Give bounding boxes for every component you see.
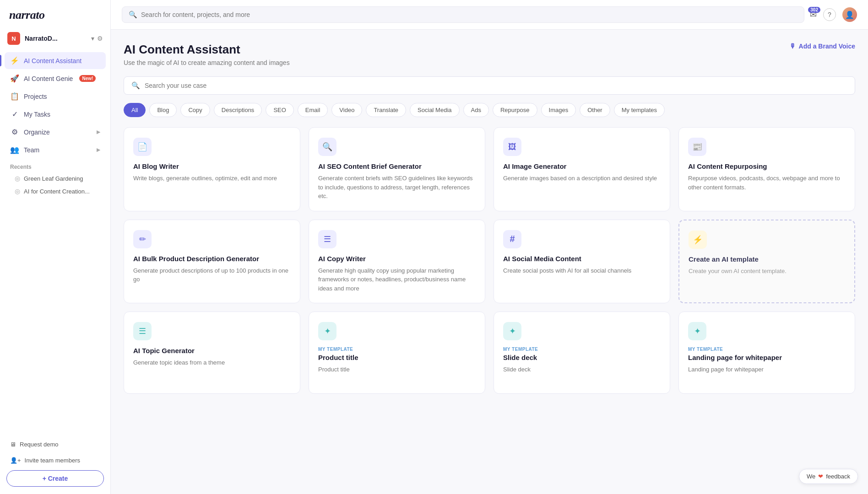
page-header: AI Content Assistant Use the magic of AI… bbox=[124, 43, 855, 66]
card-desc: Product title bbox=[318, 365, 476, 374]
clipboard-icon: 📋 bbox=[10, 92, 19, 101]
lightning-icon: ⚡ bbox=[693, 235, 703, 245]
card-title: Product title bbox=[318, 354, 476, 361]
sidebar-item-ai-content-assistant[interactable]: ⚡ AI Content Assistant bbox=[5, 52, 106, 69]
workspace-row[interactable]: N NarratoD... ▾ ⚙ bbox=[0, 28, 110, 48]
card-title: AI Copy Writer bbox=[318, 255, 476, 263]
card-landing-page-whitepaper[interactable]: ✦ MY TEMPLATE Landing page for whitepape… bbox=[678, 311, 855, 394]
page-title: AI Content Assistant bbox=[124, 43, 290, 57]
card-badge: MY TEMPLATE bbox=[503, 347, 661, 352]
newspaper-icon: 📰 bbox=[692, 142, 702, 152]
brand-voice-button[interactable]: 🎙 Add a Brand Voice bbox=[790, 43, 855, 50]
sidebar-item-label: AI Content Genie bbox=[24, 75, 73, 82]
card-desc: Create your own AI content template. bbox=[689, 267, 845, 276]
usecase-search-bar[interactable]: 🔍 bbox=[124, 76, 855, 95]
recents-label: Recents bbox=[0, 158, 110, 172]
filter-tab-other[interactable]: Other bbox=[580, 103, 610, 117]
card-ai-topic-generator[interactable]: ☰ AI Topic Generator Generate topic idea… bbox=[124, 311, 300, 394]
workspace-avatar: N bbox=[7, 32, 20, 45]
sidebar: narrato N NarratoD... ▾ ⚙ ⚡ AI Content A… bbox=[0, 0, 111, 494]
card-ai-image-generator[interactable]: 🖼 AI Image Generator Generate images bas… bbox=[494, 127, 670, 211]
card-title: AI Blog Writer bbox=[133, 162, 291, 170]
request-demo-label: Request demo bbox=[20, 441, 59, 448]
check-icon: ✓ bbox=[10, 110, 19, 118]
card-slide-deck[interactable]: ✦ MY TEMPLATE Slide deck Slide deck bbox=[494, 311, 670, 394]
card-ai-blog-writer[interactable]: 📄 AI Blog Writer Write blogs, generate o… bbox=[124, 127, 300, 211]
page-content: AI Content Assistant Use the magic of AI… bbox=[111, 30, 868, 494]
card-ai-seo-content-brief[interactable]: 🔍 AI SEO Content Brief Generator Generat… bbox=[309, 127, 485, 211]
sidebar-item-team[interactable]: 👥 Team ▶ bbox=[5, 141, 106, 158]
image-icon: 🖼 bbox=[508, 142, 516, 152]
sidebar-item-my-tasks[interactable]: ✓ My Tasks bbox=[5, 106, 106, 123]
card-ai-social-media[interactable]: # AI Social Media Content Create social … bbox=[494, 220, 670, 304]
sidebar-item-organize[interactable]: ⚙ Organize ▶ bbox=[5, 124, 106, 140]
filter-tab-descriptions[interactable]: Descriptions bbox=[214, 103, 262, 117]
card-create-ai-template[interactable]: ⚡ Create an AI template Create your own … bbox=[678, 220, 855, 304]
usecase-search-input[interactable] bbox=[145, 82, 847, 89]
filter-tab-repurpose[interactable]: Repurpose bbox=[493, 103, 537, 117]
person-add-icon: 👤+ bbox=[10, 457, 21, 464]
new-badge: New! bbox=[79, 75, 96, 82]
card-title: Create an AI template bbox=[689, 255, 845, 263]
top-bar-right: ✉ 302 ? 👤 bbox=[810, 7, 857, 22]
search-icon: 🔍 bbox=[131, 81, 140, 90]
card-ai-content-repurposing[interactable]: 📰 AI Content Repurposing Repurpose video… bbox=[678, 127, 855, 211]
filter-tab-images[interactable]: Images bbox=[541, 103, 576, 117]
chevron-down-icon[interactable]: ▾ bbox=[91, 35, 94, 42]
filter-tab-ads[interactable]: Ads bbox=[463, 103, 489, 117]
mic-icon: 🎙 bbox=[790, 43, 796, 50]
card-icon-wrap: ☰ bbox=[133, 322, 152, 340]
top-bar: 🔍 ✉ 302 ? 👤 bbox=[111, 0, 868, 30]
filter-tab-copy[interactable]: Copy bbox=[180, 103, 210, 117]
rocket-icon: 🚀 bbox=[10, 74, 19, 83]
sidebar-item-ai-content-genie[interactable]: 🚀 AI Content Genie New! bbox=[5, 70, 106, 87]
create-button[interactable]: + Create bbox=[6, 470, 104, 487]
sidebar-bottom: 🖥 Request demo 👤+ Invite team members + … bbox=[0, 431, 110, 494]
card-desc: Create social posts with AI for all soci… bbox=[503, 266, 661, 275]
card-icon-wrap: 📰 bbox=[688, 138, 706, 156]
feedback-button[interactable]: We ❤ feedback bbox=[799, 469, 858, 484]
card-desc: Generate high quality copy using popular… bbox=[318, 266, 476, 293]
filter-tab-email[interactable]: Email bbox=[298, 103, 328, 117]
invite-team-link[interactable]: 👤+ Invite team members bbox=[6, 454, 104, 467]
recent-item-green-leaf[interactable]: ◎ Green Leaf Gardening bbox=[5, 172, 106, 185]
filter-tab-video[interactable]: Video bbox=[331, 103, 362, 117]
card-desc: Generate images based on a description a… bbox=[503, 174, 661, 183]
global-search-input[interactable] bbox=[141, 11, 797, 18]
card-ai-copy-writer[interactable]: ☰ AI Copy Writer Generate high quality c… bbox=[309, 220, 485, 304]
card-desc: Generate product descriptions of up to 1… bbox=[133, 266, 291, 284]
notification-badge: 302 bbox=[808, 7, 820, 13]
search-icon: 🔍 bbox=[129, 11, 137, 19]
sidebar-item-projects[interactable]: 📋 Projects bbox=[5, 88, 106, 105]
sparkle-icon: ✦ bbox=[324, 326, 331, 336]
card-ai-bulk-product[interactable]: ✏ AI Bulk Product Description Generator … bbox=[124, 220, 300, 304]
list-icon: ☰ bbox=[139, 326, 146, 336]
card-icon-wrap: 🖼 bbox=[503, 138, 521, 156]
global-search-bar[interactable]: 🔍 bbox=[122, 6, 804, 23]
filter-tab-social-media[interactable]: Social Media bbox=[410, 103, 459, 117]
notification-button[interactable]: ✉ 302 bbox=[810, 10, 817, 20]
help-button[interactable]: ? bbox=[823, 8, 836, 21]
monitor-icon: 🖥 bbox=[10, 441, 16, 448]
card-desc: Generate topic ideas from a theme bbox=[133, 358, 291, 367]
sidebar-item-label: AI Content Assistant bbox=[24, 57, 81, 64]
card-desc: Slide deck bbox=[503, 365, 661, 374]
gear-icon[interactable]: ⚙ bbox=[97, 35, 103, 42]
gear-icon: ⚙ bbox=[10, 128, 19, 136]
page-subtitle: Use the magic of AI to create amazing co… bbox=[124, 59, 290, 66]
filter-tab-all[interactable]: All bbox=[124, 103, 146, 117]
sparkle-icon: ✦ bbox=[509, 326, 516, 336]
card-icon-wrap: ✏ bbox=[133, 230, 152, 248]
sidebar-item-label: Team bbox=[24, 146, 39, 154]
filter-tab-translate[interactable]: Translate bbox=[366, 103, 406, 117]
sidebar-item-label: My Tasks bbox=[24, 111, 50, 118]
request-demo-link[interactable]: 🖥 Request demo bbox=[6, 438, 104, 451]
sidebar-item-label: Organize bbox=[24, 129, 50, 136]
user-avatar[interactable]: 👤 bbox=[842, 7, 857, 22]
filter-tab-blog[interactable]: Blog bbox=[149, 103, 177, 117]
filter-tab-seo[interactable]: SEO bbox=[266, 103, 293, 117]
filter-tab-my-templates[interactable]: My templates bbox=[614, 103, 665, 117]
card-product-title[interactable]: ✦ MY TEMPLATE Product title Product titl… bbox=[309, 311, 485, 394]
card-icon-wrap: ✦ bbox=[688, 322, 706, 340]
recent-item-ai-content[interactable]: ◎ AI for Content Creation... bbox=[5, 185, 106, 198]
